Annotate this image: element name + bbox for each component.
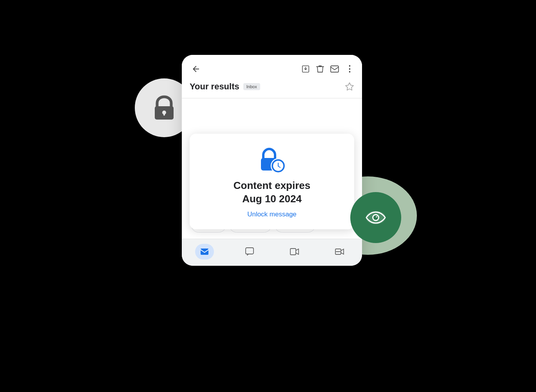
email-content-area: Hi Kim, To view your results from your v… (182, 98, 362, 213)
header-actions: ⋮ (301, 64, 354, 74)
svg-rect-2 (163, 113, 165, 116)
svg-point-5 (373, 215, 378, 220)
svg-rect-8 (331, 66, 339, 72)
expires-overlay: Content expires Aug 10 2024 Unlock messa… (190, 134, 354, 229)
expires-title: Content expires Aug 10 2024 (234, 179, 311, 206)
svg-rect-14 (290, 249, 296, 255)
expires-icon (259, 146, 285, 173)
nav-mail[interactable] (195, 244, 214, 260)
svg-rect-12 (201, 249, 208, 255)
download-icon[interactable] (301, 65, 310, 73)
star-button[interactable] (345, 82, 354, 91)
unlock-message-link[interactable]: Unlock message (247, 211, 297, 218)
eye-circle-decoration (350, 192, 401, 243)
email-subject: Your results (190, 82, 239, 92)
svg-rect-13 (246, 248, 254, 254)
email-header: ⋮ Your results Inbox (182, 55, 362, 98)
nav-chat[interactable] (240, 244, 259, 260)
more-icon[interactable]: ⋮ (345, 64, 354, 74)
nav-video[interactable] (330, 244, 349, 260)
delete-icon[interactable] (316, 65, 324, 73)
back-button[interactable] (190, 63, 202, 75)
bottom-nav (182, 239, 362, 266)
svg-point-6 (376, 216, 377, 218)
mail-icon[interactable] (330, 65, 339, 73)
nav-meet[interactable] (285, 244, 304, 260)
email-card: ⋮ Your results Inbox Hi Kim, (182, 55, 362, 266)
inbox-badge: Inbox (243, 83, 260, 90)
